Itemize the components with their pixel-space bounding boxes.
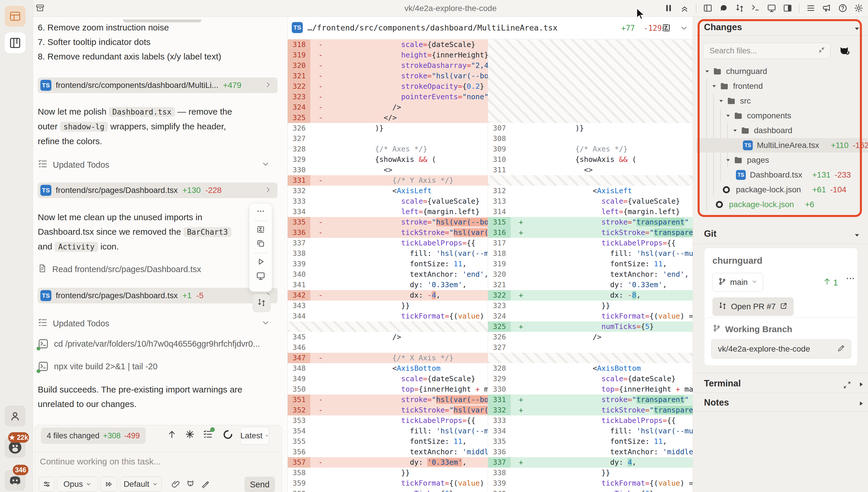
model-selector[interactable]: Opus	[57, 476, 98, 492]
cat-button[interactable]	[186, 479, 195, 490]
copy-button[interactable]	[256, 239, 265, 249]
display-button[interactable]	[767, 3, 776, 13]
sidebar-account-button[interactable]	[5, 405, 26, 426]
folder-icon	[720, 79, 729, 93]
chevron-right-icon	[264, 186, 272, 195]
repo-menu-button[interactable]	[845, 274, 855, 285]
tree-folder-pages[interactable]: pages	[693, 153, 868, 167]
pen-button[interactable]	[201, 479, 210, 490]
fast-forward-button[interactable]	[100, 476, 117, 492]
chevron-down-icon[interactable]	[261, 160, 270, 171]
file-diff-chip[interactable]: TSfrontend/src/components/dashboard/Mult…	[38, 77, 278, 93]
tool-call-row[interactable]: Read frontend/src/pages/Dashboard.tsx	[38, 263, 278, 276]
total-deletions: -499	[124, 432, 140, 440]
files-changed-pill[interactable]: 4 files changed+308-499	[41, 427, 146, 444]
settings-sliders-button[interactable]	[39, 476, 54, 492]
working-branch-input[interactable]: vk/4e2a-explore-the-code	[711, 339, 851, 359]
terminal-button[interactable]	[751, 3, 760, 13]
diff-row: 309 {/* Axes */}	[488, 144, 693, 154]
tree-folder-churnguard[interactable]: churnguard	[693, 64, 868, 79]
diff-header[interactable]: TS …/frontend/src/components/dashboard/M…	[288, 17, 693, 39]
mode-selector[interactable]: Default	[120, 476, 162, 492]
editor-zed-button[interactable]	[256, 225, 265, 235]
diff-marker	[310, 165, 331, 175]
updated-todos-row[interactable]: Updated Todos	[38, 317, 278, 330]
tree-folder-frontend[interactable]: frontend	[693, 79, 868, 93]
tree-file-multilinearea-tsx[interactable]: TSMultiLineArea.tsx+110-162	[697, 138, 868, 153]
expand-terminal-icon[interactable]	[843, 380, 851, 391]
git-compare-button[interactable]	[735, 3, 744, 13]
diff-marker	[310, 133, 331, 144]
sidebar-tab-chat[interactable]	[5, 6, 26, 27]
diff-row: 319- height={innerHeight}	[288, 50, 488, 60]
line-number: 324	[288, 102, 310, 113]
diff-marker	[310, 206, 331, 217]
line-number: 320	[488, 269, 511, 280]
diff-row: 340 textAnchor: 'end',	[288, 269, 488, 280]
attach-button[interactable]	[171, 479, 181, 490]
latest-selector[interactable]: Latest	[240, 427, 269, 445]
menu-button[interactable]	[806, 3, 816, 13]
tree-folder-dashboard[interactable]: dashboard	[693, 123, 868, 138]
file-icon	[715, 197, 724, 212]
collapse-up-button[interactable]	[680, 3, 689, 13]
help-button[interactable]	[838, 3, 847, 13]
line-number: 347	[288, 353, 310, 363]
chevron-down-icon[interactable]	[261, 319, 270, 329]
megaphone-button[interactable]	[822, 3, 831, 13]
tree-caret-icon[interactable]	[711, 79, 717, 93]
send-button[interactable]: Send	[244, 476, 275, 492]
panel-right-button[interactable]	[783, 3, 792, 13]
diff-marker: +	[511, 405, 532, 415]
drag-handle-icon[interactable]	[256, 207, 265, 217]
terminal-collapse-caret[interactable]	[857, 380, 865, 389]
chat-bubble-button[interactable]	[719, 3, 728, 13]
settings-button[interactable]	[854, 3, 863, 13]
git-collapse-caret[interactable]	[853, 231, 861, 240]
todos-status-button[interactable]	[203, 429, 213, 440]
tree-file-package-lock-json[interactable]: package-lock.json+61-104	[693, 182, 868, 197]
diff-marker	[511, 186, 532, 196]
tree-folder-src[interactable]: src	[693, 94, 868, 108]
open-pr-button[interactable]: Open PR #7	[712, 297, 794, 316]
tree-caret-icon[interactable]	[732, 123, 738, 138]
code-line: <AxisBottom	[532, 363, 693, 374]
preview-button[interactable]	[256, 271, 265, 282]
run-button[interactable]	[256, 257, 265, 267]
git-section-header[interactable]: Git	[704, 228, 717, 239]
notes-collapse-caret[interactable]	[857, 400, 865, 409]
terminal-command-row[interactable]: cd /private/var/folders/10/h7w0q46556ggr…	[38, 337, 278, 350]
branch-selector-button[interactable]: main	[712, 273, 763, 292]
pause-button[interactable]	[664, 3, 673, 13]
line-number: 341	[288, 280, 310, 290]
scroll-up-button[interactable]	[167, 429, 177, 440]
terminal-command-row[interactable]: npx vite build 2>&1 | tail -20	[38, 360, 278, 373]
code-line: {/* Axes */}	[532, 144, 693, 154]
tree-caret-icon[interactable]	[704, 64, 710, 79]
file-diff-chip[interactable]: TSfrontend/src/pages/Dashboard.tsx+130-2…	[38, 182, 278, 198]
updated-todos-row[interactable]: Updated Todos	[38, 158, 278, 171]
terminal-section-header[interactable]: Terminal	[704, 378, 741, 389]
diff-row: 353 tickLabelProps={{	[288, 415, 488, 426]
tree-caret-icon[interactable]	[725, 108, 731, 123]
tree-file-package-lock-json[interactable]: package-lock.json+6	[693, 197, 868, 212]
sidebar-tab-board[interactable]	[5, 32, 26, 53]
termcmd-icon	[38, 361, 49, 372]
message-input[interactable]: Continue working on this task...	[40, 457, 161, 466]
tree-caret-icon[interactable]	[718, 94, 724, 108]
tree-file-dashboard-tsx[interactable]: TSDashboard.tsx+131-233	[693, 168, 868, 182]
panel-left-button[interactable]	[703, 3, 712, 13]
tree-folder-components[interactable]: components	[693, 108, 868, 123]
git-compare-chip[interactable]	[253, 294, 271, 312]
code-line: fontSize: 11,	[532, 436, 693, 447]
open-in-zed-button[interactable]	[662, 23, 671, 34]
notes-section-header[interactable]: Notes	[704, 397, 729, 408]
diff-row: 341 dy: '0.33em',	[288, 280, 488, 290]
spark-button[interactable]	[185, 429, 195, 440]
file-diff-chip[interactable]: TSfrontend/src/pages/Dashboard.tsx+1-5	[38, 288, 278, 303]
tree-caret-icon[interactable]	[725, 153, 731, 167]
edit-branch-icon[interactable]	[837, 344, 846, 354]
diff-marker	[310, 426, 331, 436]
code-line: left={margin.left}	[532, 206, 693, 217]
collapse-diff-button[interactable]	[680, 24, 688, 34]
